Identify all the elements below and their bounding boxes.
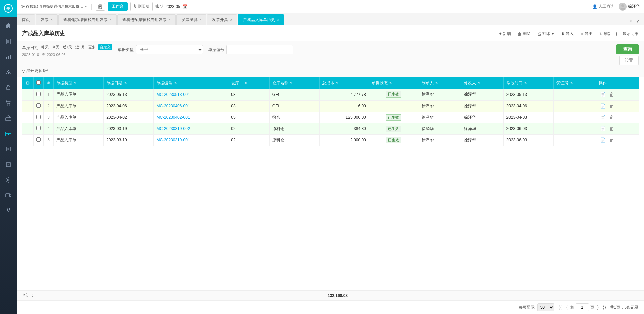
row-checkbox[interactable] (36, 126, 41, 130)
tab-invoice-close[interactable]: × (51, 18, 53, 22)
delete-row-button[interactable]: 🗑 (608, 137, 615, 143)
shortcut-yesterday[interactable]: 昨天 (40, 44, 50, 50)
next-page-button[interactable]: ⟩ (596, 304, 600, 311)
doc-number-link[interactable]: MC-20230319-001 (156, 138, 190, 142)
period-calendar-icon[interactable]: 📅 (182, 4, 187, 9)
sidebar-item-tax[interactable] (0, 141, 17, 157)
shortcut-7days[interactable]: 近7天 (62, 44, 73, 50)
sidebar-item-lock[interactable] (0, 80, 17, 95)
page-input[interactable] (576, 303, 589, 311)
delete-row-button[interactable]: 🗑 (608, 125, 615, 132)
new-button[interactable]: ＋ + 新增 (493, 29, 513, 38)
tab-invoice-calc-close[interactable]: × (200, 18, 202, 22)
company-selector[interactable]: (库存核算) 直播畅捷通信息技术股份... ▼ (21, 4, 87, 9)
sidebar-item-inventory[interactable] (0, 111, 17, 126)
view-button[interactable]: 📄 (599, 103, 607, 109)
prev-page-button[interactable]: ⟨ (565, 304, 569, 311)
page-size-select[interactable]: 50 20 100 (537, 303, 554, 311)
th-modifier[interactable]: 修改人 ⇅ (461, 77, 503, 89)
th-warehouse-code[interactable]: 仓库... ⇅ (228, 77, 270, 89)
tab-invoice-open-close[interactable]: × (230, 18, 232, 22)
tab-product-history-close[interactable]: × (277, 18, 279, 22)
sidebar-item-video[interactable] (0, 188, 17, 203)
shortcut-today[interactable]: 今天 (51, 44, 60, 50)
sidebar-item-purchase[interactable] (0, 95, 17, 111)
td-checkbox[interactable] (34, 112, 44, 123)
row-checkbox[interactable] (36, 103, 41, 108)
first-page-button[interactable]: ⟨⟨ (557, 304, 563, 311)
td-number[interactable]: MC-20230406-001 (154, 100, 228, 112)
th-modify-time[interactable]: 修改时间 ⇅ (503, 77, 553, 89)
user-menu[interactable]: 徐泽华 (619, 3, 640, 11)
tab-home[interactable]: 首页 (17, 14, 35, 25)
shortcut-more[interactable]: 更多 (87, 44, 97, 50)
row-checkbox[interactable] (36, 92, 41, 96)
th-total-cost[interactable]: 总成本 ⇅ (320, 77, 369, 89)
display-detail-checkbox[interactable] (616, 32, 621, 36)
expand-filter-button[interactable]: ▽ 展开更多条件 (22, 68, 50, 74)
workspace-button[interactable]: 工作台 (108, 2, 128, 11)
doc-number-link[interactable]: MC-20230319-002 (156, 126, 190, 131)
sidebar-item-finance[interactable] (0, 126, 17, 141)
import-button[interactable]: ⬇ 导入 (559, 29, 576, 38)
td-checkbox[interactable] (34, 123, 44, 134)
tab-query-sales[interactable]: 查看销项增值税专用发票 × (58, 14, 117, 25)
sidebar-item-report[interactable] (0, 157, 17, 172)
view-button[interactable]: 📄 (599, 114, 607, 121)
type-filter-select[interactable]: 全部 产品入库单 (136, 45, 203, 54)
doc-number-link[interactable]: MC-20230406-001 (156, 104, 190, 108)
query-button[interactable]: 查询 (616, 44, 639, 54)
td-number[interactable]: MC-20230319-001 (154, 134, 228, 146)
tab-invoice[interactable]: 发票 × (36, 14, 58, 25)
sidebar-item-home[interactable] (0, 18, 17, 34)
tab-invoice-calc[interactable]: 发票测算 × (176, 14, 207, 25)
delete-row-button[interactable]: 🗑 (608, 91, 615, 98)
td-checkbox[interactable] (34, 134, 44, 146)
refresh-button[interactable]: ↻ 刷新 (597, 29, 614, 38)
tab-expand-button[interactable]: ⤢ (635, 18, 641, 24)
reset-button[interactable]: 设置 (619, 56, 639, 65)
tab-product-history[interactable]: 产成品入库单历史 × (238, 14, 284, 25)
help-button[interactable]: 👤 人工咨询 (592, 4, 614, 9)
select-all-checkbox[interactable] (36, 80, 41, 85)
row-checkbox[interactable] (36, 115, 41, 119)
view-button[interactable]: 📄 (599, 91, 607, 98)
sidebar-item-analytics[interactable] (0, 49, 17, 64)
export-button[interactable]: ⬆ 导出 (578, 29, 595, 38)
tab-close-all-button[interactable]: × (628, 18, 633, 24)
th-warehouse-name[interactable]: 仓库名称 ⇅ (269, 77, 319, 89)
shortcut-1month[interactable]: 近1月 (74, 44, 86, 50)
th-settings[interactable]: ⚙ (22, 77, 34, 89)
sidebar-item-doc[interactable] (0, 34, 17, 49)
row-checkbox[interactable] (36, 137, 41, 142)
number-filter-input[interactable] (226, 45, 293, 54)
td-number[interactable]: MC-20230402-001 (154, 112, 228, 123)
print-button[interactable]: 🖨 打印 ▼ (535, 29, 556, 38)
view-button[interactable]: 📄 (599, 125, 607, 132)
sidebar-item-settings[interactable] (0, 172, 17, 188)
sidebar-item-warning[interactable] (0, 64, 17, 80)
doc-icon-button[interactable] (96, 3, 105, 11)
sidebar-item-v[interactable]: V (0, 203, 17, 218)
last-page-button[interactable]: ⟩⟩ (601, 304, 607, 311)
view-button[interactable]: 📄 (599, 137, 607, 143)
switch-old-button[interactable]: 切到旧版 (130, 2, 153, 11)
delete-row-button[interactable]: 🗑 (608, 114, 615, 121)
th-voucher[interactable]: 凭证号 ⇅ (553, 77, 596, 89)
th-creator[interactable]: 制单人 ⇅ (419, 77, 461, 89)
td-checkbox[interactable] (34, 89, 44, 100)
tab-invoice-open[interactable]: 发票开具 × (207, 14, 237, 25)
th-date[interactable]: 单据日期 ⇅ (104, 77, 154, 89)
column-settings-button[interactable]: ⚙ (25, 80, 31, 86)
delete-button[interactable]: 🗑 删除 (516, 29, 533, 38)
doc-number-link[interactable]: MC-20230513-001 (156, 92, 190, 97)
td-number[interactable]: MC-20230513-001 (154, 89, 228, 100)
tab-query-purchase[interactable]: 查看进项增值税专用发票 × (117, 14, 176, 25)
tab-query-sales-close[interactable]: × (110, 18, 112, 22)
doc-number-link[interactable]: MC-20230402-001 (156, 115, 190, 120)
td-number[interactable]: MC-20230319-002 (154, 123, 228, 134)
th-checkbox[interactable] (34, 77, 44, 89)
display-detail-checkbox-label[interactable]: 显示明细 (616, 31, 639, 37)
th-type[interactable]: 单据类型 ⇅ (54, 77, 104, 89)
th-status[interactable]: 单据状态 ⇅ (369, 77, 419, 89)
